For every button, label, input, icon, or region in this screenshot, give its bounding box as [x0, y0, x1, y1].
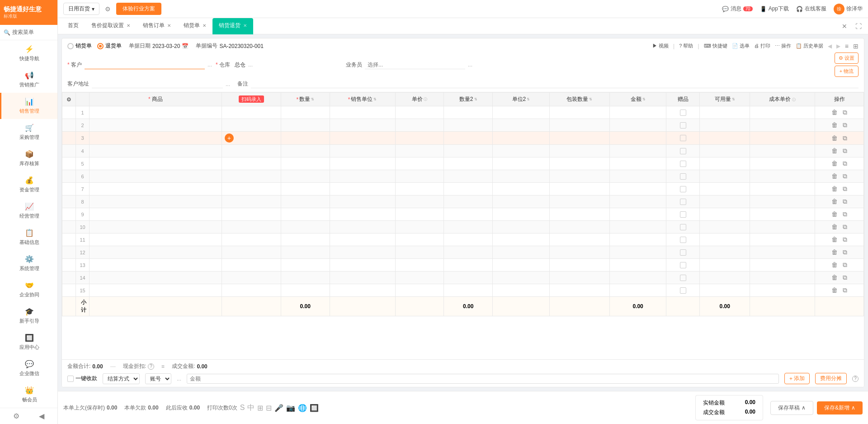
row-product[interactable] — [90, 170, 222, 183]
row-product[interactable] — [90, 259, 222, 272]
copy-icon[interactable]: ⧉ — [841, 197, 849, 206]
available-sort-icon[interactable]: ⇅ — [732, 97, 735, 101]
sidebar-item-purchase[interactable]: 🛒 采购管理 — [0, 119, 57, 145]
delete-icon[interactable]: 🗑 — [830, 248, 840, 257]
tab-sales-return-close[interactable]: ✕ — [243, 23, 247, 28]
gift-checkbox[interactable] — [680, 237, 686, 243]
row-product[interactable] — [90, 145, 222, 157]
gift-checkbox[interactable] — [680, 173, 686, 180]
sidebar-item-system[interactable]: ⚙️ 系统管理 — [0, 250, 57, 276]
account-dots[interactable]: ... — [177, 376, 181, 382]
gift-checkbox[interactable] — [680, 275, 686, 281]
sidebar-collapse-btn[interactable]: ◀ — [39, 412, 44, 420]
settle-method-select[interactable]: 结算方式 — [103, 373, 140, 384]
col-scan[interactable]: 扫码录入 — [222, 93, 281, 106]
action-print[interactable]: 🖨 打印 — [754, 43, 770, 49]
row-product[interactable] — [90, 132, 222, 145]
sidebar-item-basic[interactable]: 📋 基础信息 — [0, 224, 57, 250]
gift-checkbox[interactable] — [680, 287, 686, 294]
delete-icon[interactable]: 🗑 — [830, 222, 840, 231]
topbar-gear-icon[interactable]: ⚙ — [103, 4, 113, 14]
radio-delivery[interactable]: 销货单 — [67, 42, 92, 50]
delete-icon[interactable]: 🗑 — [830, 260, 840, 269]
delete-icon[interactable]: 🗑 — [830, 273, 840, 282]
tabs-close-btn[interactable]: ✕ — [839, 22, 850, 31]
costprice-info-icon[interactable]: ⓘ — [792, 98, 796, 102]
action-video[interactable]: ▶ 视频 — [652, 43, 669, 49]
gift-checkbox[interactable] — [680, 249, 686, 256]
row-product[interactable] — [90, 183, 222, 195]
delete-icon[interactable]: 🗑 — [830, 286, 840, 295]
settings-side-btn[interactable]: ⚙ 设置 — [835, 52, 859, 64]
logistics-side-btn[interactable]: + 物流 — [835, 66, 859, 77]
scan-btn[interactable]: 扫码录入 — [239, 95, 264, 103]
calendar-icon[interactable]: 📅 — [182, 43, 189, 49]
qty2-sort-icon[interactable]: ⇅ — [474, 97, 477, 101]
qty-sort-icon[interactable]: ⇅ — [311, 97, 314, 101]
row-product[interactable] — [90, 272, 222, 284]
sidebar-item-marketing[interactable]: 📢 营销推广 — [0, 67, 57, 93]
delete-icon[interactable]: 🗑 — [830, 197, 840, 206]
price-info-icon[interactable]: ⓘ — [424, 97, 427, 102]
save-new-btn[interactable]: 保存&新增 ∧ — [817, 401, 863, 414]
tab-home[interactable]: 首页 — [61, 18, 85, 34]
row-product[interactable] — [90, 246, 222, 259]
action-history[interactable]: 📋 历史单据 — [796, 43, 823, 49]
gift-checkbox[interactable] — [680, 211, 686, 218]
row-product[interactable] — [90, 284, 222, 297]
expense-help-icon[interactable]: ? — [852, 376, 859, 382]
delete-icon[interactable]: 🗑 — [830, 133, 840, 143]
copy-icon[interactable]: ⧉ — [841, 108, 849, 117]
gift-checkbox[interactable] — [680, 135, 686, 141]
copy-icon[interactable]: ⧉ — [841, 248, 849, 257]
action-select[interactable]: 📄 选单 — [732, 43, 750, 49]
customer-select-btn[interactable]: ... — [208, 62, 212, 68]
tab-price-settings[interactable]: 售价提取设置 ✕ — [85, 18, 137, 34]
customer-input[interactable] — [85, 61, 205, 69]
row-product[interactable] — [90, 208, 222, 221]
gift-checkbox[interactable] — [680, 110, 686, 116]
row-product[interactable] — [90, 106, 222, 119]
copy-icon[interactable]: ⧉ — [841, 159, 849, 168]
sidebar-item-apps[interactable]: 🔲 应用中心 — [0, 329, 57, 355]
copy-icon[interactable]: ⧉ — [841, 222, 849, 231]
user-item[interactable]: 徐 徐泽华 — [834, 4, 863, 14]
action-shortcut[interactable]: ⌨ 快捷键 — [704, 43, 727, 49]
sidebar-search[interactable]: 🔍 搜索菜单 — [0, 25, 57, 40]
copy-icon[interactable]: ⧉ — [841, 184, 849, 193]
tabs-expand-btn[interactable]: ⛶ — [853, 22, 864, 31]
sidebar-item-shortcut[interactable]: ⚡ 快捷导航 — [0, 40, 57, 67]
delete-icon[interactable]: 🗑 — [830, 120, 840, 129]
gift-checkbox[interactable] — [680, 122, 686, 129]
delete-icon[interactable]: 🗑 — [830, 184, 840, 193]
sidebar-item-enterprise[interactable]: 🤝 企业协同 — [0, 276, 57, 303]
gift-checkbox[interactable] — [680, 186, 686, 192]
copy-icon[interactable]: ⧉ — [841, 273, 849, 282]
copy-icon[interactable]: ⧉ — [841, 235, 849, 244]
action-operations[interactable]: ⋯ 操作 — [775, 43, 791, 49]
row-product[interactable] — [90, 119, 222, 132]
copy-icon[interactable]: ⧉ — [841, 146, 849, 155]
copy-icon[interactable]: ⧉ — [841, 210, 849, 219]
experience-btn[interactable]: 体验行业方案 — [116, 3, 161, 15]
app-download-item[interactable]: 📱 App下载 — [760, 5, 789, 13]
gift-checkbox[interactable] — [680, 224, 686, 230]
expense-split-btn[interactable]: 费用分摊 — [815, 373, 847, 384]
address-select-btn[interactable]: ... — [226, 81, 230, 87]
sidebar-item-finance[interactable]: 💰 资金管理 — [0, 172, 57, 198]
delete-icon[interactable]: 🗑 — [830, 108, 840, 117]
salesperson-select-btn[interactable]: ... — [468, 62, 472, 68]
grid-view-icon[interactable]: ⊞ — [853, 43, 859, 50]
payment-checkbox[interactable]: 一键收款 — [67, 375, 97, 382]
packqty-sort-icon[interactable]: ⇅ — [589, 97, 592, 101]
sidebar-item-guide[interactable]: 🎓 新手引导 — [0, 303, 57, 329]
address-input[interactable] — [92, 80, 223, 88]
row-product[interactable] — [90, 157, 222, 170]
amount-input[interactable] — [187, 374, 779, 384]
message-item[interactable]: 💬 消息 70 — [722, 5, 753, 13]
gift-checkbox[interactable] — [680, 148, 686, 154]
sidebar-item-wechat[interactable]: 💬 企业微信 — [0, 355, 57, 381]
copy-icon[interactable]: ⧉ — [841, 260, 849, 269]
delete-icon[interactable]: 🗑 — [830, 146, 840, 155]
sidebar-item-inventory[interactable]: 📦 库存核算 — [0, 145, 57, 172]
